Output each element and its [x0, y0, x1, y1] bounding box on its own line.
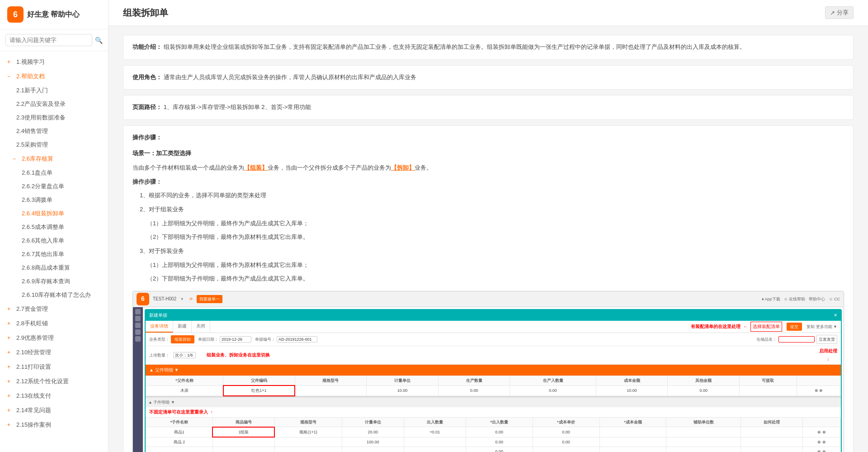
sidebar-item-cases[interactable]: + 2.15操作案例 — [0, 418, 108, 432]
sc-warehouse-input[interactable] — [778, 336, 815, 343]
sc-tab-close[interactable]: 关闭 — [192, 321, 210, 333]
sidebar-item-video[interactable]: + 1.视频学习 — [0, 55, 108, 69]
plus-icon-coupon: + — [7, 335, 14, 341]
search-input[interactable] — [5, 34, 92, 46]
sc-ltd-code1: 1组装 — [212, 427, 274, 437]
sidebar-item-assemble[interactable]: 2.6.4组装拆卸单 — [0, 207, 108, 220]
search-icon[interactable]: 🔍 — [95, 37, 103, 44]
sidebar-item-online-pay[interactable]: + 2.13在线支付 — [0, 389, 108, 403]
table-row: 商品 2 100.00 0.00 0.00 — [146, 437, 841, 447]
plus-icon-system: + — [7, 378, 14, 385]
scene1-desc: 当由多个子件材料组装成一个成品的业务为【组装】业务，当由一个父件拆分成多个子产品… — [132, 162, 844, 174]
sc-orange-strip: ▲ 父件明细 ▼ — [146, 365, 841, 376]
sc-td-prod-qty: 0.00 — [438, 385, 510, 395]
sidebar-item-ops[interactable]: + 2.10经营管理 — [0, 345, 108, 360]
plus-icon-cases: + — [7, 422, 14, 428]
sidebar-item-coupon[interactable]: + 2.9优惠券管理 — [0, 331, 108, 345]
sc-lth-op — [803, 417, 841, 427]
plus-icon-pay: + — [7, 393, 14, 399]
page-title: 组装拆卸单 — [123, 7, 168, 19]
sc-subtab-label: 上传数量： — [149, 352, 170, 359]
sidebar-item-mobile[interactable]: + 2.8手机旺铺 — [0, 316, 108, 331]
sc-close-icon: ✕ — [834, 311, 837, 319]
scene1-title: 场景一：加工类型选择 — [132, 148, 844, 158]
sc-dropdown: ▼ — [180, 295, 184, 303]
sc-modal-title: 新建单据 — [149, 311, 167, 319]
sc-lth-cost-amt: *成本金额 — [599, 417, 666, 427]
sc-no-input[interactable] — [277, 336, 317, 343]
sc-lth-code: 商品编号 — [212, 417, 274, 427]
sc-orange-btn: 我要建单一 — [197, 295, 222, 303]
sc-center: 帮助中心 — [809, 295, 825, 303]
sc-ltd-spec3 — [274, 447, 342, 452]
sidebar-item-install[interactable]: 2.2产品安装及登录 — [0, 97, 108, 111]
sc-more-btns: 复制 更多功能 ▼ — [807, 323, 837, 330]
table-row: 木床 红色1+1 10.00 0.00 0.00 10.00 0.00 — [146, 385, 841, 395]
sc-type-value: 组装拆卸 — [171, 335, 194, 343]
sidebar-item-split-stocktake[interactable]: 2.6.2分量盘点单 — [0, 180, 108, 193]
sc-td-cost: 10.00 — [596, 385, 668, 395]
sc-lth-aux: 辅助单位数 — [666, 417, 741, 427]
sc-date-label: 单据日期： — [198, 336, 218, 343]
sidebar-item-purchase[interactable]: 2.5采购管理 — [0, 138, 108, 152]
step2-2: （2）下部明细为子件明细，最终作为原材料生成其它出库单。 — [147, 232, 844, 243]
minus-icon: − — [7, 73, 14, 80]
sc-titlebar-text: TEST-H002 — [153, 295, 176, 303]
sidebar-item-system[interactable]: + 2.12系统个性化设置 — [0, 374, 108, 389]
sc-ltd-cp1: 0.00 — [533, 427, 599, 437]
role-text: 通常由生产人员或库管人员完成拆装业务的操作，库管人员确认原材料的出库和产成品的入… — [164, 74, 416, 81]
sidebar-item-data-prep[interactable]: 2.3使用前数据准备 — [0, 111, 108, 124]
sc-help: ☺ 在线帮助 — [784, 295, 806, 303]
sc-lth-unit: 计量单位 — [342, 417, 404, 427]
main-content: 组装拆卸单 ↗ 分享 功能介绍： 组装拆卸单用来处理企业组装或拆卸等加工业务，支… — [108, 0, 868, 452]
step3: 3、对于拆装业务 — [140, 246, 844, 257]
sc-ltd-aux3 — [666, 447, 741, 452]
content-area: 功能介绍： 组装拆卸单用来处理企业组装或拆卸等加工业务，支持有固定装配清单的产品… — [108, 26, 868, 452]
sc-date-input[interactable] — [220, 336, 251, 343]
sidebar-item-finance[interactable]: + 2.7资金管理 — [0, 302, 108, 316]
sidebar-item-stock-query[interactable]: 2.6.9库存账本查询 — [0, 275, 108, 288]
sc-lth-handle: 如何处理 — [741, 417, 802, 427]
sc-lth-out-qty: 出入数量 — [404, 417, 466, 427]
sidebar-item-account-error[interactable]: 2.6.10库存账本错了怎么办 — [0, 288, 108, 302]
sc-nav-home — [135, 309, 141, 314]
sidebar-item-other-in[interactable]: 2.6.6其他入库单 — [0, 234, 108, 247]
sc-td-parent-code: 红色1+1 — [223, 385, 295, 395]
sidebar: 6 好生意 帮助中心 🔍 + 1.视频学习 − 2.帮助文档 2.1新手入门 2… — [0, 0, 108, 452]
sc-tab-details[interactable]: 业务详情 — [146, 321, 173, 333]
sc-th-parent-code: 父件编码 — [223, 376, 295, 386]
sc-ltd-unit1: 20.00 — [342, 427, 404, 437]
sidebar-item-cost-adjust[interactable]: 2.6.5成本调整单 — [0, 220, 108, 234]
sc-ltd-handle3 — [741, 447, 802, 452]
share-button[interactable]: ↗ 分享 — [825, 6, 854, 19]
sc-select-btn[interactable]: 立发发货 — [816, 335, 837, 344]
sidebar-item-stocktake[interactable]: 2.6.1盘点单 — [0, 166, 108, 180]
sc-tabs-row: 业务详情 新建 关闭 有装配清单的在这里处理 ← 选择装配清单 提交 — [146, 321, 841, 333]
plus-icon-finance: + — [7, 306, 14, 312]
sidebar-item-faq[interactable]: + 2.14常见问题 — [0, 403, 108, 418]
sidebar-item-sales[interactable]: 2.4销售管理 — [0, 124, 108, 138]
sc-th-prod-qty: 生产数量 — [438, 376, 510, 386]
sc-ltd-code2 — [212, 437, 274, 447]
sidebar-item-inventory[interactable]: − 2.6库存核算 — [0, 152, 108, 166]
sidebar-item-newbie[interactable]: 2.1新手入门 — [0, 84, 108, 97]
app-logo-icon: 6 — [7, 6, 24, 23]
sc-lth-cost-price: *成本单价 — [533, 417, 599, 427]
path-label: 页面路径： — [132, 104, 162, 110]
sidebar-item-goods-cost[interactable]: 2.6.8商品成本重算 — [0, 261, 108, 275]
sidebar-item-other-out[interactable]: 2.6.7其他出库单 — [0, 247, 108, 261]
sidebar-item-help-doc[interactable]: − 2.帮助文档 — [0, 69, 108, 84]
sc-qty-input[interactable] — [173, 352, 196, 358]
sc-tab-new[interactable]: 新建 — [173, 321, 192, 333]
step2: 2、对于组装业务 — [140, 204, 844, 215]
sc-ltd-name1: 商品1 — [146, 427, 213, 437]
sidebar-item-adjust[interactable]: 2.6.3调拨单 — [0, 193, 108, 207]
assemble-link[interactable]: 【组装】 — [244, 164, 268, 171]
sc-ltd-aux1 — [666, 427, 741, 437]
sc-no-label: 单据编号： — [255, 336, 275, 343]
sc-modal-header: 新建单据 ✕ — [146, 310, 841, 321]
nav-tree: + 1.视频学习 − 2.帮助文档 2.1新手入门 2.2产品安装及登录 2.3… — [0, 51, 108, 452]
disassemble-link[interactable]: 【拆卸】 — [391, 164, 415, 171]
sidebar-item-print[interactable]: + 2.11打印设置 — [0, 360, 108, 374]
sc-th-cost: 成本金额 — [596, 376, 668, 386]
